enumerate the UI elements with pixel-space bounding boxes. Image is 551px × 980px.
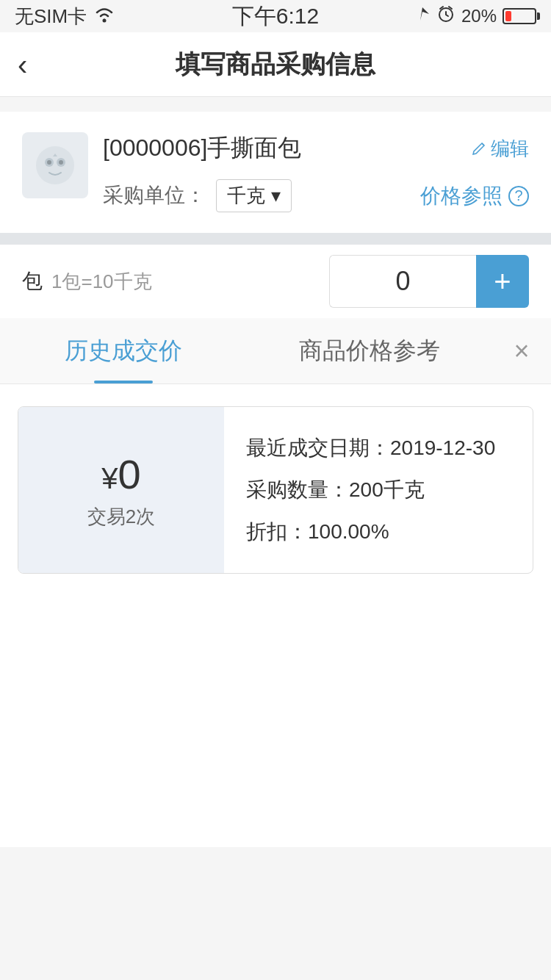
nav-bar: ‹ 填写商品采购信息 bbox=[0, 32, 551, 97]
back-button[interactable]: ‹ bbox=[18, 50, 27, 79]
unit-group: 采购单位： 千克 ▾ bbox=[103, 179, 292, 212]
close-icon: × bbox=[514, 336, 529, 367]
tab-close-button[interactable]: × bbox=[492, 318, 551, 383]
unit-label: 采购单位： bbox=[103, 184, 206, 206]
status-time: 下午6:12 bbox=[232, 1, 319, 32]
quantity-input-group: + bbox=[329, 255, 529, 308]
location-icon bbox=[414, 6, 431, 26]
currency-symbol: ¥ bbox=[101, 462, 118, 494]
tab-price-ref[interactable]: 商品价格参考 bbox=[246, 318, 492, 383]
help-icon: ? bbox=[508, 186, 529, 206]
status-bar: 无SIM卡 下午6:12 20% bbox=[0, 0, 551, 32]
page-title: 填写商品采购信息 bbox=[176, 48, 375, 82]
price-ref-link[interactable]: 价格参照 ? bbox=[420, 182, 529, 210]
svg-point-2 bbox=[36, 146, 74, 184]
product-card: [0000006]手撕面包 编辑 采购单位： 千克 ▾ 价格参照 ? bbox=[0, 112, 551, 233]
price-value: 0 bbox=[118, 451, 141, 497]
discount-value: 100.00% bbox=[308, 520, 389, 543]
quantity-left: 包 1包=10千克 bbox=[22, 267, 152, 295]
product-name-row: [0000006]手撕面包 编辑 bbox=[103, 132, 529, 165]
status-left: 无SIM卡 bbox=[15, 4, 115, 29]
svg-point-5 bbox=[47, 160, 51, 165]
recent-date-row: 最近成交日期：2019-12-30 bbox=[246, 433, 511, 462]
unit-conversion: 1包=10千克 bbox=[51, 269, 152, 295]
recent-date-value: 2019-12-30 bbox=[390, 436, 495, 459]
recent-date-label: 最近成交日期： bbox=[246, 436, 390, 459]
price-card-left: ¥0 交易2次 bbox=[18, 407, 224, 573]
product-info: [0000006]手撕面包 编辑 采购单位： 千克 ▾ 价格参照 ? bbox=[103, 132, 529, 212]
plus-icon: + bbox=[494, 267, 511, 296]
price-ref-label: 价格参照 bbox=[420, 182, 503, 210]
price-card-right: 最近成交日期：2019-12-30 采购数量：200千克 折扣：100.00% bbox=[224, 407, 533, 573]
tab-history-price[interactable]: 历史成交价 bbox=[0, 318, 246, 383]
tab-history-label: 历史成交价 bbox=[65, 335, 182, 367]
discount-label: 折扣： bbox=[246, 520, 308, 543]
unit-select[interactable]: 千克 ▾ bbox=[216, 179, 292, 212]
status-right: 20% bbox=[414, 4, 536, 28]
content-area: ¥0 交易2次 最近成交日期：2019-12-30 采购数量：200千克 折扣：… bbox=[0, 406, 551, 847]
quantity-plus-button[interactable]: + bbox=[476, 255, 529, 308]
purchase-qty-value: 200千克 bbox=[349, 478, 425, 501]
battery-icon bbox=[503, 8, 536, 24]
svg-point-0 bbox=[103, 18, 107, 22]
wifi-icon bbox=[94, 5, 115, 28]
bottom-panel: 历史成交价 商品价格参考 × ¥0 交易2次 最近成交日期：2019-12-30… bbox=[0, 318, 551, 847]
purchase-qty-label: 采购数量： bbox=[246, 478, 349, 501]
unit-icon: 包 bbox=[22, 267, 43, 295]
price-card: ¥0 交易2次 最近成交日期：2019-12-30 采购数量：200千克 折扣：… bbox=[18, 406, 533, 574]
product-unit-row: 采购单位： 千克 ▾ 价格参照 ? bbox=[103, 179, 529, 212]
quantity-row: 包 1包=10千克 + bbox=[0, 245, 551, 318]
tabs: 历史成交价 商品价格参考 × bbox=[0, 318, 551, 384]
section-divider bbox=[0, 233, 551, 245]
quantity-input[interactable] bbox=[329, 255, 476, 308]
price-amount: ¥0 bbox=[101, 450, 140, 498]
battery-percent: 20% bbox=[461, 6, 497, 26]
edit-link[interactable]: 编辑 bbox=[470, 136, 529, 162]
product-logo bbox=[22, 132, 88, 198]
svg-point-6 bbox=[59, 160, 63, 165]
trade-count: 交易2次 bbox=[87, 504, 155, 530]
unit-value: 千克 bbox=[227, 183, 265, 209]
discount-row: 折扣：100.00% bbox=[246, 517, 511, 546]
dropdown-arrow-icon: ▾ bbox=[271, 184, 281, 207]
carrier-text: 无SIM卡 bbox=[15, 4, 87, 29]
product-full-name: [0000006]手撕面包 bbox=[103, 132, 301, 165]
alarm-icon bbox=[436, 4, 455, 28]
edit-label: 编辑 bbox=[491, 136, 529, 162]
tab-price-ref-label: 商品价格参考 bbox=[299, 335, 440, 367]
purchase-qty-row: 采购数量：200千克 bbox=[246, 475, 511, 504]
